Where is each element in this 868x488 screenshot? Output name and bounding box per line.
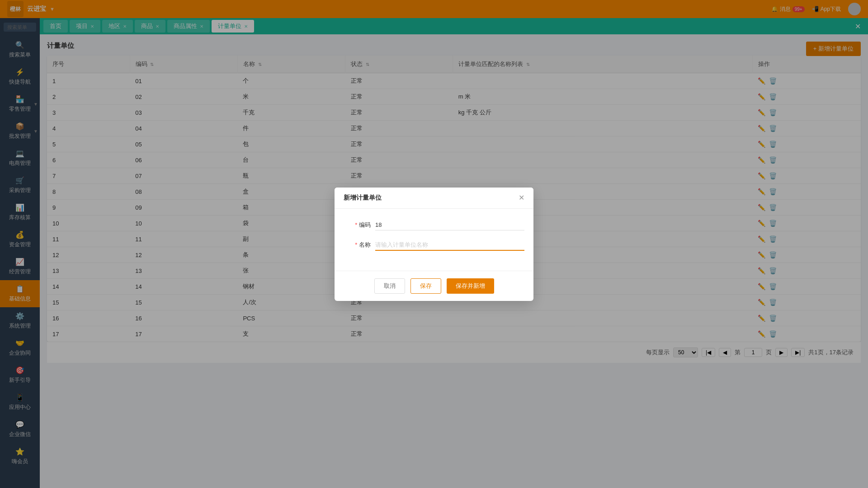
- code-input[interactable]: [375, 220, 524, 230]
- name-label: 名称: [344, 241, 371, 249]
- modal-overlay[interactable]: 新增计量单位 ✕ 编码 名称 取消 保存 保存并新增: [0, 0, 868, 488]
- modal-header: 新增计量单位 ✕: [335, 188, 533, 209]
- modal-footer: 取消 保存 保存并新增: [335, 271, 533, 301]
- add-unit-modal: 新增计量单位 ✕ 编码 名称 取消 保存 保存并新增: [335, 188, 533, 301]
- name-input[interactable]: [375, 239, 524, 251]
- modal-body: 编码 名称: [335, 209, 533, 271]
- save-and-new-button[interactable]: 保存并新增: [447, 278, 494, 294]
- code-label: 编码: [344, 221, 371, 229]
- modal-close-button[interactable]: ✕: [519, 194, 524, 202]
- form-row-name: 名称: [344, 239, 524, 251]
- form-row-code: 编码: [344, 220, 524, 230]
- cancel-button[interactable]: 取消: [374, 278, 405, 294]
- save-button[interactable]: 保存: [410, 278, 441, 294]
- modal-title: 新增计量单位: [344, 194, 382, 202]
